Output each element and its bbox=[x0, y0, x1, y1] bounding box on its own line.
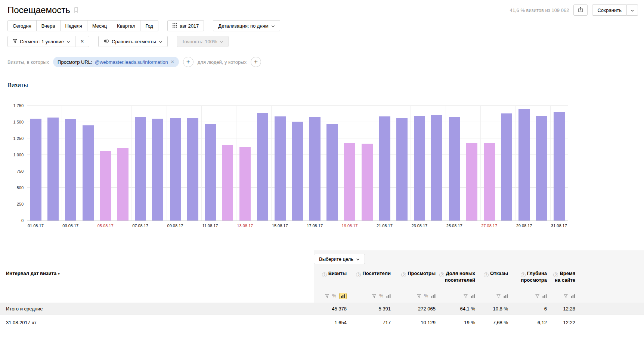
value-link[interactable]: 717 bbox=[383, 320, 391, 326]
percent-tool-icon[interactable]: % bbox=[379, 293, 383, 299]
value-link[interactable]: 7,68 % bbox=[493, 320, 508, 326]
chart-tool-icon[interactable] bbox=[431, 294, 436, 298]
add-people-condition-button[interactable]: + bbox=[251, 57, 261, 67]
bar-08.08.17[interactable] bbox=[152, 119, 163, 221]
column-header-4[interactable]: ?Отказы bbox=[479, 271, 512, 277]
column-header-5[interactable]: ?Глубина просмотра bbox=[512, 271, 551, 284]
bar-12.08.17[interactable] bbox=[222, 145, 233, 221]
filter-tool-icon[interactable] bbox=[417, 294, 421, 298]
save-button[interactable]: Сохранить bbox=[592, 4, 627, 16]
chart-tool-icon[interactable] bbox=[471, 294, 475, 298]
column-header-6[interactable]: ?Время на сайте bbox=[551, 271, 579, 284]
help-icon[interactable]: ? bbox=[322, 272, 327, 277]
period-preset-3[interactable]: Месяц bbox=[87, 20, 112, 31]
save-dropdown-button[interactable] bbox=[627, 4, 638, 16]
bar-10.08.17[interactable] bbox=[187, 118, 198, 221]
select-goal-button[interactable]: Выберите цель bbox=[314, 254, 365, 264]
bar-21.08.17[interactable] bbox=[379, 116, 390, 221]
help-icon[interactable]: ? bbox=[553, 272, 558, 277]
bar-29.08.17[interactable] bbox=[518, 109, 530, 221]
bar-16.08.17[interactable] bbox=[292, 122, 303, 221]
segment-button[interactable]: Сегмент: 1 условие bbox=[7, 36, 75, 47]
bar-slot bbox=[149, 106, 166, 221]
help-icon[interactable]: ? bbox=[439, 272, 444, 277]
filter-tool-icon[interactable] bbox=[372, 294, 376, 298]
x-tick-label: 29.08.17 bbox=[516, 224, 532, 228]
bar-11.08.17[interactable] bbox=[205, 124, 216, 221]
value-link[interactable]: 10 129 bbox=[421, 320, 436, 326]
chart-tool-icon[interactable] bbox=[504, 294, 508, 298]
chart-title: Визиты bbox=[7, 82, 644, 89]
url-filter-chip[interactable]: Просмотр URL: @webmaster.leads.su/inform… bbox=[53, 57, 179, 67]
help-icon[interactable]: ? bbox=[356, 272, 361, 277]
compare-segments-button[interactable]: Сравнить сегменты bbox=[98, 36, 168, 47]
accuracy-button[interactable]: Точность: 100% bbox=[177, 36, 229, 47]
bar-03.08.17[interactable] bbox=[65, 119, 76, 221]
bar-01.08.17[interactable] bbox=[30, 119, 41, 221]
value-link[interactable]: 6,12 bbox=[538, 320, 547, 326]
filter-tool-icon[interactable] bbox=[535, 294, 539, 298]
period-preset-5[interactable]: Год bbox=[140, 20, 158, 31]
percent-tool-icon[interactable]: % bbox=[332, 293, 336, 299]
percent-tool-icon[interactable]: % bbox=[424, 293, 428, 299]
bar-18.08.17[interactable] bbox=[326, 124, 338, 221]
filter-tool-icon[interactable] bbox=[564, 294, 568, 298]
filter-tool-icon[interactable] bbox=[496, 294, 501, 298]
bar-07.08.17[interactable] bbox=[135, 117, 146, 221]
help-icon[interactable]: ? bbox=[521, 272, 526, 277]
value-link[interactable]: 1 654 bbox=[334, 320, 347, 326]
bar-22.08.17[interactable] bbox=[396, 118, 408, 221]
detail-level-button[interactable]: Детализация: по дням bbox=[213, 20, 280, 31]
bar-15.08.17[interactable] bbox=[275, 116, 286, 221]
bar-25.08.17[interactable] bbox=[449, 117, 460, 221]
bar-24.08.17[interactable] bbox=[431, 115, 442, 221]
save-button-label: Сохранить bbox=[597, 7, 622, 13]
add-visit-condition-button[interactable]: + bbox=[183, 57, 193, 67]
bookmark-icon[interactable] bbox=[74, 7, 78, 13]
bar-26.08.17[interactable] bbox=[466, 143, 477, 221]
chart-tool-icon[interactable] bbox=[542, 294, 547, 298]
period-preset-1[interactable]: Вчера bbox=[36, 20, 61, 31]
export-button[interactable] bbox=[573, 4, 588, 16]
help-icon[interactable]: ? bbox=[484, 272, 489, 277]
chart-tool-icon[interactable] bbox=[571, 294, 575, 298]
bar-20.08.17[interactable] bbox=[362, 144, 373, 221]
bar-02.08.17[interactable] bbox=[47, 118, 59, 221]
totals-value: 5 391 bbox=[378, 306, 391, 312]
value-link[interactable]: 12:22 bbox=[563, 320, 575, 326]
column-header-2[interactable]: ?Просмотры bbox=[394, 271, 439, 277]
bar-23.08.17[interactable] bbox=[414, 116, 425, 221]
bar-17.08.17[interactable] bbox=[309, 117, 321, 221]
column-header-3[interactable]: ?Доля новых посетителей bbox=[439, 271, 479, 284]
chip-value-link[interactable]: @webmaster.leads.su/information bbox=[95, 59, 168, 65]
period-preset-4[interactable]: Квартал bbox=[112, 20, 140, 31]
column-header-0[interactable]: ?Визиты bbox=[314, 271, 350, 277]
period-preset-0[interactable]: Сегодня bbox=[7, 20, 37, 31]
bar-19.08.17[interactable] bbox=[344, 143, 355, 221]
column-header-1[interactable]: ?Посетители bbox=[350, 271, 394, 277]
segment-clear-button[interactable]: ✕ bbox=[75, 36, 89, 47]
x-tick-label: 23.08.17 bbox=[411, 224, 427, 228]
help-icon[interactable]: ? bbox=[401, 272, 406, 277]
filter-tool-icon[interactable] bbox=[464, 294, 468, 298]
x-tick-slot bbox=[498, 224, 515, 228]
bar-05.08.17[interactable] bbox=[100, 151, 111, 221]
x-tick-label: 21.08.17 bbox=[377, 224, 393, 228]
bar-30.08.17[interactable] bbox=[536, 116, 547, 221]
chip-close-icon[interactable]: ✕ bbox=[171, 59, 174, 65]
dimension-header[interactable]: Интервал дат визита▾ bbox=[0, 271, 314, 276]
filter-tool-icon[interactable] bbox=[325, 294, 329, 298]
bar-06.08.17[interactable] bbox=[117, 148, 129, 221]
month-picker-button[interactable]: авг 2017 bbox=[167, 20, 204, 31]
bar-28.08.17[interactable] bbox=[501, 113, 512, 221]
bar-31.08.17[interactable] bbox=[554, 112, 565, 221]
bar-09.08.17[interactable] bbox=[170, 118, 181, 221]
period-preset-2[interactable]: Неделя bbox=[60, 20, 87, 31]
chart-tool-icon[interactable] bbox=[339, 293, 347, 299]
bar-27.08.17[interactable] bbox=[484, 143, 495, 221]
chart-tool-icon[interactable] bbox=[386, 294, 391, 298]
value-link[interactable]: 19 % bbox=[464, 320, 475, 326]
bar-14.08.17[interactable] bbox=[257, 113, 268, 221]
bar-13.08.17[interactable] bbox=[239, 147, 251, 221]
bar-04.08.17[interactable] bbox=[83, 125, 94, 221]
